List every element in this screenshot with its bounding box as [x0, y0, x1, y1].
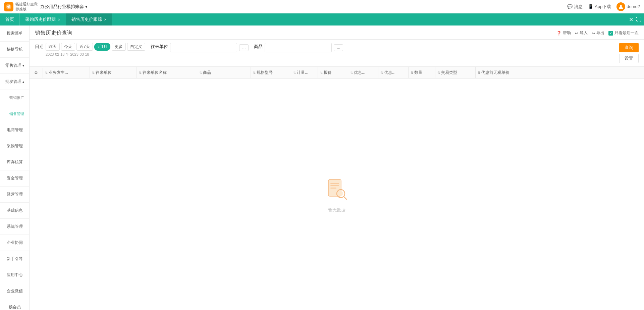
sidebar-item-inventory-calc[interactable]: 库存核算	[0, 154, 29, 170]
th-discount2[interactable]: ⇅ 优惠...	[378, 67, 409, 78]
th-discount1-label: 优惠...	[354, 70, 365, 75]
app-download-button[interactable]: 📱 App下载	[588, 4, 611, 10]
sidebar-item-enterprise-collab[interactable]: 企业协同	[0, 235, 29, 251]
import-button[interactable]: ↩ 导入	[575, 30, 588, 36]
help-icon: ❓	[556, 31, 561, 36]
th-unit-name[interactable]: ⇅ 往来单位名称	[137, 67, 197, 78]
tab-bar-actions: ✕ ⛶	[629, 13, 644, 25]
sidebar-item-finance-mgmt[interactable]: 资金管理	[0, 170, 29, 187]
date-range-text: 2023-02-18 至 2023-03-18	[46, 52, 145, 57]
sort-icon-unit-code: ⇅	[92, 71, 95, 74]
date-options: 昨天 今天 近7天 近1月 更多 自定义 2023-02-18 至 2023-0…	[46, 43, 145, 57]
date-btn-today[interactable]: 今天	[61, 43, 75, 51]
sidebar-item-base-info[interactable]: 基础信息	[0, 203, 29, 219]
svg-line-8	[344, 197, 346, 199]
sidebar-item-ecom-mgmt[interactable]: 电商管理	[0, 122, 29, 138]
sidebar-label-wholesale-mgmt: 批发管理	[5, 79, 21, 85]
page-title: 销售历史价查询	[35, 30, 72, 37]
date-btn-more[interactable]: 更多	[112, 43, 126, 51]
only-last-checkbox[interactable]: ✓	[608, 31, 613, 36]
expand-icon[interactable]: ⛶	[636, 16, 641, 22]
date-btn-last7[interactable]: 近7天	[76, 43, 93, 51]
tab-home-label: 首页	[5, 16, 14, 22]
close-all-icon[interactable]: ✕	[629, 16, 633, 23]
th-spec[interactable]: ⇅ 规格型号	[251, 67, 291, 78]
partner-ellipsis-button[interactable]: ...	[239, 44, 249, 51]
export-button[interactable]: ↪ 导出	[592, 30, 604, 36]
sidebar-label-system-mgmt: 系统管理	[7, 224, 23, 229]
sidebar-item-search-menu[interactable]: 搜索菜单	[0, 25, 29, 42]
only-last-label: 只看最后一次	[614, 30, 639, 36]
product-filter-group: 商品 ...	[254, 43, 343, 52]
user-profile[interactable]: demo2	[616, 2, 640, 11]
product-ellipsis-button[interactable]: ...	[334, 44, 343, 51]
sidebar-item-ops-mgmt[interactable]: 经营管理	[0, 187, 29, 203]
settings-icon: ⚙	[34, 70, 38, 75]
tab-sales-close-icon[interactable]: ✕	[104, 18, 107, 21]
tab-bar: 首页 采购历史价跟踪 ✕ 销售历史价跟踪 ✕ ✕ ⛶	[0, 13, 644, 25]
sidebar-item-enterprise-wechat[interactable]: 企业微信	[0, 283, 29, 299]
tab-sales-history[interactable]: 销售历史价跟踪 ✕	[66, 13, 112, 25]
sidebar-label-marketing-promo: 营销推广	[9, 95, 24, 100]
top-bar: 畅 畅捷通好生意 标准版 办公用品行业模拟账套 ▾ 💬 消息 📱 App下载 d…	[0, 0, 644, 13]
th-settings[interactable]: ⚙	[30, 68, 43, 78]
sidebar-label-base-info: 基础信息	[7, 208, 23, 213]
th-qty[interactable]: ⇅ 数量	[409, 67, 435, 78]
th-product[interactable]: ⇅ 商品	[197, 67, 251, 78]
app-title-dropdown[interactable]: 办公用品行业模拟账套 ▾	[40, 4, 88, 10]
date-btn-last1m[interactable]: 近1月	[94, 43, 111, 51]
sidebar-label-finance-mgmt: 资金管理	[7, 176, 23, 181]
sidebar-label-new-guide: 新手引导	[7, 256, 23, 262]
sidebar-label-enterprise-collab: 企业协同	[7, 240, 23, 246]
sidebar-label-ecom-mgmt: 电商管理	[7, 127, 23, 133]
message-button[interactable]: 💬 消息	[567, 4, 583, 10]
th-discount1[interactable]: ⇅ 优惠...	[348, 67, 378, 78]
th-unit-code[interactable]: ⇅ 往来单位	[90, 67, 137, 78]
tab-home[interactable]: 首页	[0, 13, 20, 25]
table-container: ⚙ ⇅ 业务发生... ⇅ 往来单位 ⇅ 往来单位名称 ⇅ 商品	[30, 67, 644, 310]
th-uom[interactable]: ⇅ 计量...	[291, 67, 318, 78]
tab-purchase-close-icon[interactable]: ✕	[58, 18, 60, 21]
app-title: 办公用品行业模拟账套	[40, 4, 84, 10]
empty-text: 暂无数据	[328, 207, 345, 213]
product-input-group: ...	[265, 43, 343, 52]
svg-point-9	[338, 191, 343, 196]
sort-icon-price: ⇅	[320, 71, 323, 74]
sidebar-item-marketing-promo[interactable]: 营销推广	[0, 90, 29, 106]
retail-mgmt-arrow-icon: ▾	[22, 63, 24, 68]
sort-icon-spec: ⇅	[253, 71, 256, 74]
th-tax-free[interactable]: ⇅ 优惠前无税单价	[476, 67, 644, 78]
top-bar-right: 💬 消息 📱 App下载 demo2	[567, 2, 640, 11]
th-price[interactable]: ⇅ 报价	[318, 67, 348, 78]
query-actions: 查询 设置	[619, 43, 639, 63]
date-btn-yesterday[interactable]: 昨天	[46, 43, 60, 51]
product-label: 商品	[254, 43, 263, 50]
query-button[interactable]: 查询	[619, 43, 639, 52]
th-biz-date[interactable]: ⇅ 业务发生...	[43, 67, 90, 78]
product-input[interactable]	[265, 43, 332, 52]
table-body: 暂无数据	[30, 79, 644, 310]
settings-button[interactable]: 设置	[619, 54, 639, 63]
th-trade-type-label: 交易类型	[441, 70, 457, 75]
table-header: ⚙ ⇅ 业务发生... ⇅ 往来单位 ⇅ 往来单位名称 ⇅ 商品	[30, 67, 644, 79]
sidebar-item-purchase-mgmt[interactable]: 采购管理	[0, 138, 29, 154]
sidebar-item-wholesale-mgmt[interactable]: 批发管理 ▴	[0, 74, 29, 90]
sidebar-item-sales-mgmt[interactable]: 销售管理	[0, 106, 29, 122]
sidebar-item-system-mgmt[interactable]: 系统管理	[0, 219, 29, 235]
sidebar-label-inventory-calc: 库存核算	[7, 160, 23, 165]
help-button[interactable]: ❓ 帮助	[556, 30, 571, 36]
only-last-checkbox-group[interactable]: ✓ 只看最后一次	[608, 30, 639, 36]
avatar	[616, 2, 625, 11]
sidebar-item-new-guide[interactable]: 新手引导	[0, 251, 29, 267]
sidebar-item-retail-mgmt[interactable]: 零售管理 ▾	[0, 58, 29, 74]
sidebar-item-member[interactable]: 畅会员	[0, 299, 29, 310]
svg-rect-5	[330, 185, 339, 186]
sidebar-item-app-center[interactable]: 应用中心	[0, 267, 29, 283]
sidebar-item-quick-nav[interactable]: 快捷导航	[0, 42, 29, 58]
partner-input[interactable]	[170, 43, 237, 52]
date-btn-custom[interactable]: 自定义	[127, 43, 145, 51]
sidebar-label-member: 畅会员	[9, 305, 21, 310]
tab-purchase-history[interactable]: 采购历史价跟踪 ✕	[20, 13, 66, 25]
svg-rect-6	[330, 188, 336, 189]
th-trade-type[interactable]: ⇅ 交易类型	[435, 67, 476, 78]
